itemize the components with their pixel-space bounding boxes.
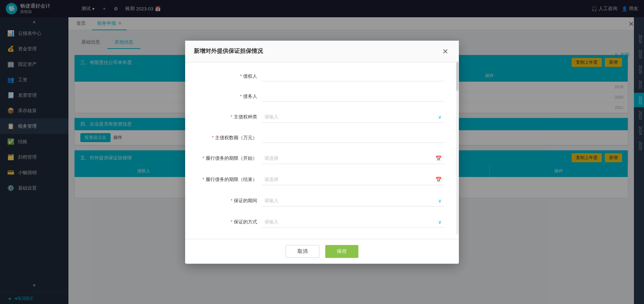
field-debtor: * 债务人 <box>200 91 444 101</box>
modal-header: 新增对外提供保证担保情况 ✕ <box>185 41 459 63</box>
field-period-start: * 履行债务的期限（开始） 请选择 📅 <box>200 153 444 164</box>
field-guarantee-method-label: * 保证的方式 <box>200 219 257 225</box>
claim-type-placeholder: 请输入 <box>264 114 438 120</box>
required-mark: * <box>240 73 242 79</box>
field-claim-type-label: * 主债权种类 <box>200 114 257 120</box>
field-claim-amount-label: * 主债权数额（万元） <box>200 135 257 141</box>
modal-title: 新增对外提供保证担保情况 <box>194 47 263 55</box>
period-start-placeholder: 请选择 <box>264 155 435 162</box>
guarantee-period-placeholder: 请输入 <box>264 198 438 204</box>
claim-type-select[interactable]: 请输入 ∨ <box>261 112 444 123</box>
debtor-input[interactable] <box>261 91 444 101</box>
guarantee-period-select[interactable]: 请输入 ∨ <box>261 195 444 207</box>
field-creditor-label: * 债权人 <box>200 73 257 80</box>
field-debtor-label: * 债务人 <box>200 93 257 100</box>
field-period-start-label: * 履行债务的期限（开始） <box>200 155 257 162</box>
modal-overlay[interactable]: 新增对外提供保证担保情况 ✕ * 债权人 * 债务人 <box>0 0 644 304</box>
field-guarantee-period: * 保证的期间 请输入 ∨ <box>200 195 444 207</box>
field-period-end: * 履行债务的期限（结束） 请选择 📅 <box>200 174 444 185</box>
claim-amount-input[interactable] <box>261 133 444 143</box>
period-end-date[interactable]: 请选择 📅 <box>261 174 444 185</box>
save-button[interactable]: 保存 <box>325 245 358 258</box>
field-period-end-label: * 履行债务的期限（结束） <box>200 176 257 183</box>
guarantee-method-placeholder: 请输入 <box>264 219 438 225</box>
modal-scrollbar-thumb[interactable] <box>456 62 459 91</box>
field-guarantee-period-label: * 保证的期间 <box>200 198 257 204</box>
modal-scrollbar-track <box>456 61 459 235</box>
creditor-input[interactable] <box>261 71 444 81</box>
cancel-button[interactable]: 取消 <box>286 245 319 258</box>
claim-type-arrow-icon: ∨ <box>438 114 442 120</box>
field-claim-amount: * 主债权数额（万元） <box>200 133 444 143</box>
modal-dialog: 新增对外提供保证担保情况 ✕ * 债权人 * 债务人 <box>185 41 459 264</box>
modal-body: * 债权人 * 债务人 * 主债权种类 请输入 <box>185 63 459 239</box>
modal-footer: 取消 保存 <box>185 239 459 264</box>
period-start-date[interactable]: 请选择 📅 <box>261 153 444 164</box>
field-claim-type: * 主债权种类 请输入 ∨ <box>200 112 444 123</box>
calendar-start-icon: 📅 <box>435 155 442 161</box>
field-guarantee-method: * 保证的方式 请输入 ∨ <box>200 217 444 228</box>
field-creditor: * 债权人 <box>200 71 444 81</box>
modal-close-button[interactable]: ✕ <box>440 46 450 56</box>
guarantee-method-select[interactable]: 请输入 ∨ <box>261 217 444 228</box>
guarantee-method-arrow-icon: ∨ <box>438 219 442 225</box>
guarantee-period-arrow-icon: ∨ <box>438 198 442 204</box>
calendar-end-icon: 📅 <box>435 177 442 182</box>
period-end-placeholder: 请选择 <box>264 176 435 183</box>
